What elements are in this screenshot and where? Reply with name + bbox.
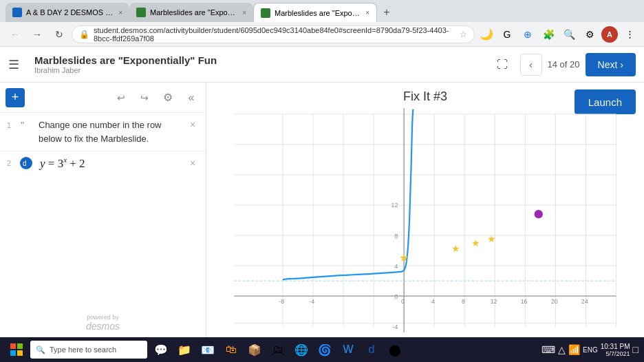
tab-3-close[interactable]: × (365, 9, 369, 17)
svg-text:-8: -8 (279, 298, 284, 305)
taskbar: 🔍 Type here to search 💬 📁 📧 🛍 📦 🗂 🌐 🌀 W … (0, 337, 644, 362)
taskbar-right: ⌨ △ 📶 ENG 10:31 PM 5/7/2021 □ (541, 343, 638, 357)
svg-text:★: ★ (399, 252, 409, 264)
star-icon: ☆ (460, 30, 467, 39)
taskbar-folder[interactable]: 🗂 (267, 339, 289, 361)
main-content: + ↩ ↪ ⚙ « 1 " Change one number in the r… (0, 83, 644, 337)
row-number-1: 1 (7, 118, 18, 129)
svg-text:0: 0 (394, 293, 398, 300)
notification-icon[interactable]: □ (633, 344, 638, 355)
header-right: ‹ 14 of 20 Next › (520, 53, 636, 76)
powered-by-text: powered by (86, 314, 120, 321)
svg-text:-4: -4 (309, 298, 314, 305)
taskbar-search-text: Type here to search (50, 345, 116, 354)
star-3: ★ (471, 237, 480, 248)
fullscreen-button[interactable]: ⛶ (491, 54, 513, 76)
panel-toolbar: + ↩ ↪ ⚙ « (0, 83, 206, 113)
app-subtitle: Ibrahim Jaber (34, 66, 484, 74)
extension-3[interactable]: ⊕ (519, 25, 537, 43)
extension-1[interactable]: 🌙 (477, 25, 495, 43)
back-button[interactable]: ← (6, 25, 25, 44)
star-2: ★ (451, 243, 460, 254)
taskbar-chrome[interactable]: ⬤ (384, 339, 406, 361)
svg-rect-45 (17, 343, 23, 349)
taskbar-dropbox[interactable]: 📦 (244, 339, 266, 361)
svg-rect-47 (17, 350, 23, 356)
menu-icon[interactable]: ☰ (8, 57, 28, 72)
taskbar-icons: 💬 📁 📧 🛍 📦 🗂 🌐 🌀 W d ⬤ (150, 339, 406, 361)
undo-button[interactable]: ↩ (112, 89, 130, 107)
next-button[interactable]: Next › (586, 53, 636, 76)
browser-extensions: 🌙 G ⊕ 🧩 🔍 ⚙ A ⋮ (477, 25, 638, 43)
equation-expression[interactable]: y = 3x + 2 (34, 156, 186, 171)
quote-icon: " (18, 118, 34, 131)
equation-text: y = 3x + 2 (40, 157, 85, 170)
tab-2[interactable]: Marbleslides are "Exponentially" Fun × (129, 3, 253, 22)
tab-3-label: Marbleslides are "Exponentially" Fun (275, 9, 361, 17)
graph-area: Fix It #3 Launch (206, 83, 644, 337)
tab-2-close[interactable]: × (242, 9, 246, 17)
taskbar-ie[interactable]: 🌐 (290, 339, 312, 361)
redo-button[interactable]: ↪ (136, 89, 153, 107)
close-instruction-button[interactable]: × (186, 118, 199, 131)
star-1: ★ (399, 252, 409, 264)
instruction-row: 1 " Change one number in the row below t… (0, 113, 206, 151)
settings-button[interactable]: ⚙ (159, 89, 177, 107)
graph-container: -8 -4 0 4 8 12 16 20 24 -4 0 4 8 12 (206, 108, 644, 332)
reload-button[interactable]: ↻ (50, 25, 69, 44)
equation-row-number: 2 (7, 159, 18, 167)
prev-page-button[interactable]: ‹ (520, 54, 542, 76)
taskbar-clock: 10:31 PM 5/7/2021 (601, 343, 630, 357)
menu-button[interactable]: ⋮ (621, 25, 638, 43)
svg-text:8: 8 (394, 233, 398, 239)
address-bar[interactable]: 🔒 student.desmos.com/activitybuilder/stu… (72, 25, 475, 43)
svg-text:4: 4 (431, 298, 435, 305)
star-4: ★ (487, 233, 496, 244)
tab-2-favicon (136, 8, 146, 17)
lang-indicator: ENG (583, 346, 598, 354)
svg-text:20: 20 (551, 298, 558, 305)
svg-text:0: 0 (401, 298, 405, 305)
marble (535, 210, 543, 218)
svg-text:-4: -4 (393, 323, 398, 330)
tab-2-label: Marbleslides are "Exponentially" Fun (150, 8, 238, 17)
extension-6[interactable]: ⚙ (581, 25, 599, 43)
new-tab-button[interactable]: + (377, 3, 396, 22)
tab-3[interactable]: Marbleslides are "Exponentially" Fun × (253, 3, 377, 22)
svg-text:12: 12 (391, 202, 398, 209)
collapse-button[interactable]: « (182, 89, 200, 107)
svg-text:★: ★ (451, 243, 460, 254)
desmos-equation-icon: d (18, 156, 34, 170)
tab-1-favicon (12, 8, 22, 17)
instruction-text: Change one number in the row below to fi… (39, 118, 182, 145)
forward-button[interactable]: → (28, 25, 47, 44)
tab-1-close[interactable]: × (118, 9, 122, 17)
tab-bar: A & B DAY 2 DESMOS CW/H... × Marbleslide… (0, 0, 644, 22)
extension-4[interactable]: 🧩 (539, 25, 557, 43)
start-button[interactable] (6, 339, 28, 361)
taskbar-cortana[interactable]: 💬 (150, 339, 172, 361)
taskbar-edge[interactable]: 🌀 (314, 339, 336, 361)
svg-text:12: 12 (491, 298, 497, 305)
close-equation-button[interactable]: × (186, 157, 199, 169)
taskbar-files[interactable]: 📁 (173, 339, 195, 361)
taskbar-store[interactable]: 🛍 (220, 339, 242, 361)
svg-text:16: 16 (521, 298, 528, 305)
profile-avatar[interactable]: A (601, 26, 618, 43)
add-expression-button[interactable]: + (6, 88, 25, 107)
svg-text:d: d (23, 160, 27, 167)
extension-2[interactable]: G (498, 25, 516, 43)
taskbar-sys-tray: ⌨ △ 📶 (541, 344, 580, 355)
svg-text:★: ★ (487, 233, 496, 244)
taskbar-mail[interactable]: 📧 (197, 339, 219, 361)
equation-row[interactable]: 2 d y = 3x + 2 × (0, 151, 206, 175)
extension-5[interactable]: 🔍 (560, 25, 578, 43)
svg-text:": " (21, 120, 24, 131)
app-header: ☰ Marbleslides are "Exponentially" Fun I… (0, 47, 644, 83)
taskbar-search-bar[interactable]: 🔍 Type here to search (30, 341, 147, 359)
taskbar-word[interactable]: W (337, 339, 359, 361)
taskbar-desmos[interactable]: d (361, 339, 383, 361)
tab-1[interactable]: A & B DAY 2 DESMOS CW/H... × (6, 3, 129, 22)
svg-text:24: 24 (581, 298, 588, 305)
page-count: 14 of 20 (548, 59, 580, 70)
